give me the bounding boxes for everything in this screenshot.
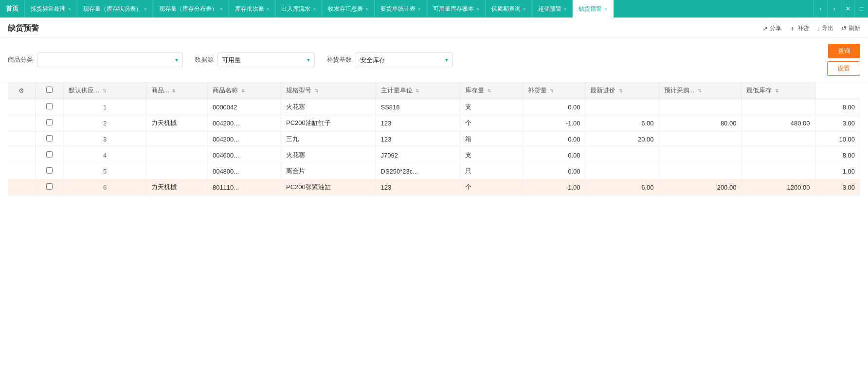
tab-shortage[interactable]: 缺货预警 × [573, 0, 614, 18]
th-min-stock[interactable]: 最低库存 ⇅ [741, 82, 815, 99]
row-product-code-5: 801110... [207, 179, 281, 195]
tab-inout[interactable]: 出入库流水 × [275, 0, 322, 18]
tab-overstock[interactable]: 超储预警 × [532, 0, 573, 18]
row-stock-3: 0.00 [523, 147, 585, 163]
row-unit-4: 只 [460, 163, 523, 179]
datasource-select[interactable]: 可用量 库存量 [217, 53, 315, 67]
th-product-name[interactable]: 商品名称 ⇅ [207, 82, 281, 99]
product-name-sort-icon: ⇅ [241, 88, 245, 93]
tab-usable-close[interactable]: × [476, 6, 479, 12]
row-checkbox-cell-1 [35, 115, 64, 131]
th-est-purchase[interactable]: 预计采购... ⇅ [659, 82, 741, 99]
tab-usable[interactable]: 可用量库存账本 × [427, 0, 486, 18]
th-product-code[interactable]: 商品... ⇅ [146, 82, 208, 99]
select-all-checkbox[interactable] [46, 87, 53, 93]
row-latest-price-1: 80.00 [659, 115, 741, 131]
tab-batch[interactable]: 库存批次账 × [229, 0, 276, 18]
tab-home[interactable]: 首页 [0, 0, 25, 18]
tab-prev-button[interactable]: ‹ [814, 0, 827, 18]
export-label: 导出 [822, 24, 833, 33]
est-purchase-sort-icon: ⇅ [698, 88, 702, 93]
row-stock-0: 0.00 [523, 99, 585, 115]
gear-icon[interactable]: ⚙ [18, 87, 24, 94]
th-product-name-label: 商品名称 [213, 87, 238, 94]
settings-button[interactable]: 设置 [827, 61, 860, 76]
tab-order-label: 要货单统计表 [380, 5, 416, 13]
th-latest-price[interactable]: 最新进价 ⇅ [585, 82, 659, 99]
tab-inout-label: 出入库流水 [281, 5, 310, 13]
row-min-stock-4: 1.00 [815, 163, 860, 179]
share-button[interactable]: ↗ 分享 [762, 24, 781, 33]
row-latest-price-2 [659, 131, 741, 147]
data-table: ⚙ 默认供应... ⇅ 商品... ⇅ 商品名称 ⇅ [8, 82, 860, 195]
row-supplier-4 [146, 163, 208, 179]
tab-nav-buttons: ‹ › ✕ □ [814, 0, 868, 18]
unit-sort-icon: ⇅ [416, 88, 419, 93]
row-checkbox-5[interactable] [46, 183, 53, 190]
tab-summary-close[interactable]: × [365, 6, 368, 12]
refresh-button[interactable]: ↺ 刷新 [841, 24, 860, 33]
tab-stock2-label: 现存量（库存分布表） [159, 5, 217, 13]
row-product-code-1: 004200... [207, 115, 281, 131]
th-spec-label: 规格型号 [286, 87, 311, 94]
tab-inout-close[interactable]: × [313, 6, 316, 12]
replenish-select[interactable]: 安全库存 最低库存 [356, 53, 453, 67]
query-button[interactable]: 查询 [828, 44, 860, 58]
min-stock-sort-icon: ⇅ [775, 88, 779, 93]
row-spec-2: 123 [376, 131, 460, 147]
tab-expire[interactable]: 保质期查询 × [486, 0, 532, 18]
th-stock[interactable]: 库存量 ⇅ [460, 82, 523, 99]
category-label: 商品分类 [8, 55, 33, 64]
row-spec-0: SS816 [376, 99, 460, 115]
th-supplier[interactable]: 默认供应... ⇅ [64, 82, 146, 99]
row-checkbox-4[interactable] [46, 167, 53, 174]
row-spec-1: 123 [376, 115, 460, 131]
tab-stock2-close[interactable]: × [220, 6, 223, 12]
category-select[interactable] [37, 53, 183, 67]
row-latest-price-5: 200.00 [659, 179, 741, 195]
tab-batch-close[interactable]: × [267, 6, 270, 12]
row-num-0: 1 [64, 99, 146, 115]
row-est-purchase-1: 480.00 [741, 115, 815, 131]
tab-shortage-close[interactable]: × [604, 6, 607, 12]
th-est-purchase-label: 预计采购... [664, 87, 695, 94]
tab-maximize-button[interactable]: □ [854, 0, 868, 18]
row-checkbox-1[interactable] [46, 119, 53, 125]
th-replenish[interactable]: 补货量 ⇅ [523, 82, 585, 99]
th-spec[interactable]: 规格型号 ⇅ [281, 82, 376, 99]
row-checkbox-cell-0 [35, 99, 64, 115]
row-stock-2: 0.00 [523, 131, 585, 147]
tab-overstock-close[interactable]: × [564, 6, 567, 12]
row-min-stock-2: 10.00 [815, 131, 860, 147]
tab-stock2[interactable]: 现存量（库存分布表） × [153, 0, 229, 18]
row-replenish-0 [585, 99, 659, 115]
row-checkbox-2[interactable] [46, 135, 53, 141]
export-button[interactable]: ↓ 导出 [817, 24, 834, 33]
tab-stock1[interactable]: 现存量（库存状况表） × [77, 0, 153, 18]
tab-stock1-close[interactable]: × [144, 6, 147, 12]
tab-pick[interactable]: 拣货异常处理 × [25, 0, 77, 18]
tab-expire-close[interactable]: × [523, 6, 526, 12]
row-stock-4: 0.00 [523, 163, 585, 179]
tab-close-all-button[interactable]: ✕ [841, 0, 854, 18]
row-gear-1 [8, 115, 35, 131]
row-gear-4 [8, 163, 35, 179]
category-filter-group: 商品分类 [8, 53, 183, 67]
tab-pick-close[interactable]: × [68, 6, 71, 12]
th-unit[interactable]: 主计量单位 ⇅ [376, 82, 460, 99]
row-replenish-3 [585, 147, 659, 163]
datasource-label: 数据源 [195, 55, 214, 64]
tab-order[interactable]: 要货单统计表 × [375, 0, 427, 18]
row-num-1: 2 [64, 115, 146, 131]
tab-order-close[interactable]: × [418, 6, 421, 12]
tab-summary[interactable]: 收发存汇总表 × [322, 0, 375, 18]
tab-overstock-label: 超储预警 [538, 5, 561, 13]
row-unit-5: 个 [460, 179, 523, 195]
row-checkbox-3[interactable] [46, 151, 53, 158]
replenish-button[interactable]: ＋ 补货 [789, 24, 809, 33]
row-stock-5: -1.00 [523, 179, 585, 195]
row-checkbox-0[interactable] [46, 103, 53, 109]
row-replenish-4 [585, 163, 659, 179]
tab-next-button[interactable]: › [827, 0, 841, 18]
th-checkbox [35, 82, 64, 99]
